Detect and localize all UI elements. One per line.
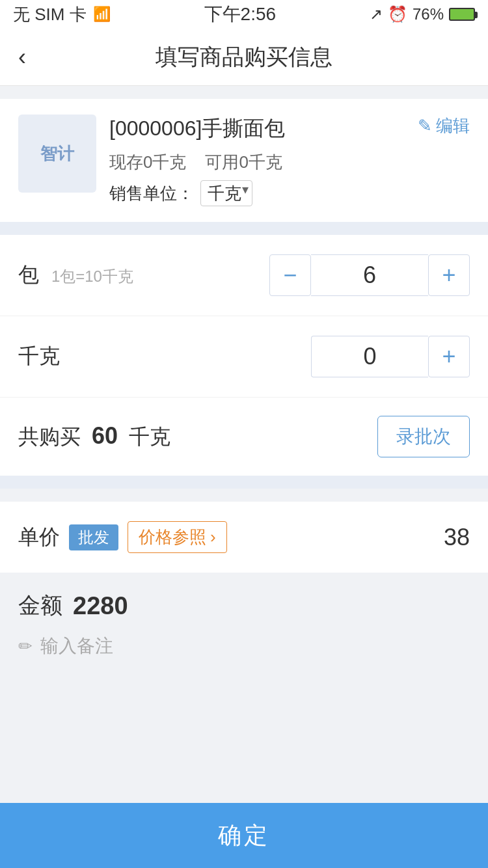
product-logo: 智计 [40,142,74,165]
product-info: [0000006]手撕面包 现存0千克 可用0千克 销售单位： 千克 [109,115,470,206]
amount-row: 金额 2280 [18,591,470,621]
edit-icon: ✎ [418,116,432,136]
product-stock: 现存0千克 可用0千克 [109,151,470,174]
page-title: 填写商品购买信息 [156,42,332,72]
price-ref-label: 价格参照 [139,526,206,549]
product-card: 智计 [0000006]手撕面包 现存0千克 可用0千克 销售单位： 千克 ✎ … [0,99,488,222]
amount-label: 金额 [18,591,62,621]
confirm-button[interactable]: 确定 [0,803,488,868]
qty-input-kg[interactable] [311,336,428,377]
price-type-tag: 批发 [69,524,118,550]
plus-button-kg[interactable]: + [428,336,470,377]
available-text: 可用0千克 [205,152,282,172]
label-kg: 千克 [18,344,60,368]
unit-select-wrap[interactable]: 千克 [200,180,252,206]
summary-qty: 60 [92,422,118,449]
quantity-controls-kg: + [311,336,470,377]
plus-button-bao[interactable]: + [428,254,470,296]
nav-bar: ‹ 填写商品购买信息 [0,29,488,86]
remark-placeholder: 输入备注 [40,634,113,658]
product-name: [0000006]手撕面包 [109,115,470,143]
amount-section: 金额 2280 ✏ 输入备注 [0,573,488,671]
remark-row[interactable]: ✏ 输入备注 [18,634,470,671]
section-divider-2 [0,476,488,489]
carrier-text: 无 SIM 卡 [13,3,87,26]
battery-icon [449,8,475,21]
price-section: 单价 批发 价格参照 › 38 [0,502,488,573]
back-button[interactable]: ‹ [18,44,26,71]
price-ref-icon: › [210,527,216,547]
quantity-label-kg: 千克 [18,342,311,371]
quantity-row-kg: 千克 + [0,316,488,398]
summary-unit: 千克 [129,425,170,448]
minus-button-bao[interactable]: − [269,254,311,296]
pencil-icon: ✏ [18,636,33,657]
quantity-section: 包 1包=10千克 − + 千克 + 共购买 60 千克 [0,235,488,476]
summary-row: 共购买 60 千克 录批次 [0,398,488,476]
location-icon: ↗ [370,5,383,23]
price-label: 单价 [18,523,60,552]
quantity-row-bao: 包 1包=10千克 − + [0,235,488,316]
product-image: 智计 [18,115,96,193]
unit-select[interactable]: 千克 [200,180,252,206]
status-bar: 无 SIM 卡 📶 下午2:56 ↗ ⏰ 76% [0,0,488,29]
record-batch-button[interactable]: 录批次 [377,416,470,457]
price-row: 单价 批发 价格参照 › 38 [0,502,488,573]
quantity-controls-bao: − + [269,254,470,296]
status-time: 下午2:56 [204,2,277,27]
edit-button[interactable]: ✎ 编辑 [418,115,470,137]
hint-bao: 1包=10千克 [51,267,133,285]
price-value: 38 [444,524,470,551]
summary-text: 共购买 60 千克 [18,422,170,452]
qty-input-bao[interactable] [311,254,428,296]
status-right: ↗ ⏰ 76% [370,5,475,23]
edit-label: 编辑 [436,115,470,137]
status-left: 无 SIM 卡 📶 [13,3,111,26]
alarm-icon: ⏰ [388,5,407,23]
product-unit-row: 销售单位： 千克 [109,180,470,206]
label-bao: 包 [18,263,39,286]
summary-prefix: 共购买 [18,425,81,448]
amount-value: 2280 [73,592,128,620]
price-reference-button[interactable]: 价格参照 › [128,521,227,553]
stock-text: 现存0千克 [109,152,186,172]
battery-text: 76% [413,5,444,23]
section-divider-1 [0,222,488,235]
quantity-label-bao: 包 1包=10千克 [18,261,269,290]
wifi-icon: 📶 [93,6,111,23]
unit-label: 销售单位： [109,182,194,205]
